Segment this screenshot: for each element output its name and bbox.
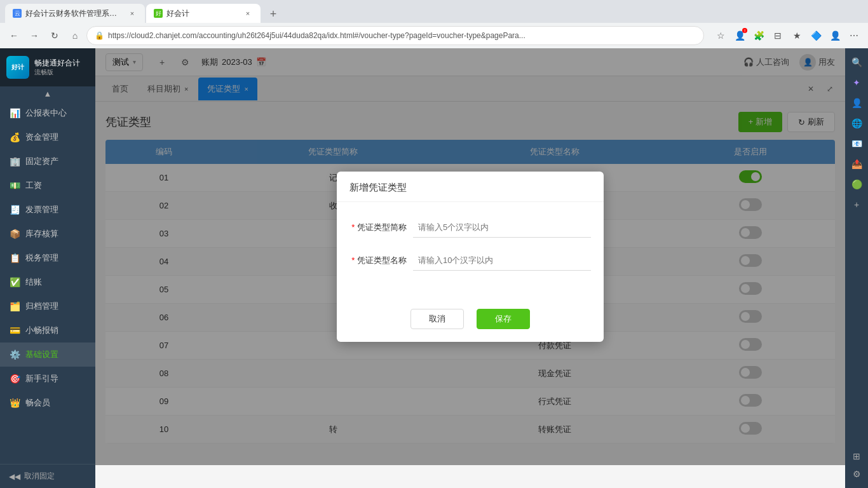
right-grid-btn[interactable]: ⊞ — [848, 447, 865, 465]
tab2-close[interactable]: × — [243, 8, 253, 18]
modal-header: 新增凭证类型 — [337, 172, 604, 202]
back-button[interactable]: ← — [5, 27, 23, 44]
fund-icon: 💰 — [9, 132, 20, 142]
tab2-title: 好会计 — [166, 8, 239, 19]
home-button[interactable]: ⌂ — [66, 27, 84, 44]
guide-icon: 🎯 — [9, 374, 20, 384]
notices-label: 公报表中心 — [25, 107, 67, 119]
settings-icon: ⚙️ — [9, 349, 20, 360]
forward-button[interactable]: → — [25, 27, 43, 44]
logo-text: 畅捷通好合计 流畅版 — [34, 58, 80, 77]
sidebar-item-settle[interactable]: ✅ 结账 — [0, 270, 95, 294]
inventory-label: 库存核算 — [25, 228, 58, 240]
sidebar-scroll-up[interactable]: ▲ — [0, 86, 95, 101]
browser-tab-1[interactable]: 云 好会计云财务软件管理系统_会计 × — [5, 4, 145, 23]
sidebar-logo: 好计 畅捷通好合计 流畅版 — [0, 48, 95, 86]
notification-badge: ! — [742, 28, 747, 33]
assets-label: 固定资产 — [25, 156, 58, 167]
salary-icon: 💵 — [9, 180, 20, 191]
tab1-close[interactable]: × — [127, 8, 137, 18]
invoice-icon: 🧾 — [9, 205, 20, 215]
abbr-row: 凭证类型简称 — [349, 217, 591, 238]
abbr-label: 凭证类型简称 — [349, 222, 413, 233]
member-label: 畅会员 — [25, 397, 50, 409]
user-profile-btn[interactable]: 👤 — [826, 27, 844, 44]
cancel-button[interactable]: 取消 — [410, 309, 464, 329]
split-view-btn[interactable]: ⊟ — [769, 27, 787, 44]
modal-overlay: 新增凭证类型 凭证类型简称 凭证类型名称 取消 保存 — [95, 48, 845, 465]
sidebar-item-guide[interactable]: 🎯 新手引导 — [0, 367, 95, 391]
right-mail-btn[interactable]: 📧 — [848, 135, 865, 152]
expense-icon: 💳 — [9, 325, 20, 336]
right-user-btn[interactable]: 👤 — [848, 94, 865, 112]
collections-btn[interactable]: 🔷 — [807, 27, 825, 44]
right-gear-btn[interactable]: ⚙ — [848, 465, 865, 483]
name-label: 凭证类型名称 — [349, 255, 413, 266]
settle-icon: ✅ — [9, 277, 20, 287]
url-text: https://cloud2.chanjet.com/accounting/uh… — [108, 31, 696, 40]
inventory-icon: 📦 — [9, 229, 20, 239]
bookmark-btn[interactable]: ☆ — [712, 27, 729, 44]
right-share-btn[interactable]: 🟢 — [848, 175, 865, 193]
sidebar-item-archive[interactable]: 🗂️ 归档管理 — [0, 294, 95, 318]
name-input[interactable] — [413, 250, 591, 271]
archive-label: 归档管理 — [25, 301, 58, 312]
sidebar-item-salary[interactable]: 💵 工资 — [0, 173, 95, 198]
modal-footer: 取消 保存 — [337, 299, 604, 342]
cancel-pin-label: 取消固定 — [24, 471, 55, 482]
extensions-btn[interactable]: 🧩 — [750, 27, 768, 44]
lock-icon: 🔒 — [95, 31, 104, 40]
cancel-pin-icon: ◀◀ — [9, 472, 20, 481]
sidebar-item-expense[interactable]: 💳 小畅报销 — [0, 318, 95, 342]
profile-btn[interactable]: ! 👤 — [731, 27, 749, 44]
tab1-title: 好会计云财务软件管理系统_会计 — [25, 8, 123, 19]
tax-label: 税务管理 — [25, 252, 58, 264]
right-sidebar: 🔍 ✦ 👤 🌐 📧 📤 🟢 + ⊞ ⚙ — [845, 48, 868, 488]
expense-label: 小畅报销 — [25, 325, 58, 336]
new-tab-button[interactable]: + — [264, 5, 282, 23]
logo-icon: 好计 — [6, 56, 29, 79]
right-upload-btn[interactable]: 📤 — [848, 155, 865, 173]
sidebar-item-tax[interactable]: 📋 税务管理 — [0, 246, 95, 270]
right-ai-btn[interactable]: ✦ — [848, 74, 865, 92]
fund-label: 资金管理 — [25, 132, 58, 143]
right-plus-btn[interactable]: + — [848, 196, 865, 214]
sidebar-item-inventory[interactable]: 📦 库存核算 — [0, 222, 95, 246]
archive-icon: 🗂️ — [9, 301, 20, 311]
settings-label: 基础设置 — [25, 349, 58, 360]
name-row: 凭证类型名称 — [349, 250, 591, 271]
modal-body: 凭证类型简称 凭证类型名称 — [337, 202, 604, 299]
sidebar-item-assets[interactable]: 🏢 固定资产 — [0, 149, 95, 173]
tab2-favicon: 好 — [154, 9, 163, 18]
right-search-btn[interactable]: 🔍 — [848, 53, 865, 71]
right-globe-btn[interactable]: 🌐 — [848, 114, 865, 132]
sidebar-item-member[interactable]: 👑 畅会员 — [0, 391, 95, 415]
favorites-btn[interactable]: ★ — [788, 27, 806, 44]
tax-icon: 📋 — [9, 253, 20, 263]
save-button[interactable]: 保存 — [477, 309, 530, 329]
settle-label: 结账 — [25, 276, 42, 288]
invoice-label: 发票管理 — [25, 204, 58, 215]
sidebar: 好计 畅捷通好合计 流畅版 ▲ 📊 公报表中心 💰 资金管理 🏢 固定资产 💵 … — [0, 48, 95, 488]
browser-tab-2[interactable]: 好 好会计 × — [146, 4, 261, 23]
assets-icon: 🏢 — [9, 156, 20, 166]
url-bar[interactable]: 🔒 https://cloud2.chanjet.com/accounting/… — [86, 26, 704, 45]
sidebar-item-invoice[interactable]: 🧾 发票管理 — [0, 198, 95, 222]
modal-title: 新增凭证类型 — [349, 182, 407, 193]
member-icon: 👑 — [9, 398, 20, 408]
sidebar-item-fund[interactable]: 💰 资金管理 — [0, 125, 95, 149]
sidebar-item-notices[interactable]: 📊 公报表中心 — [0, 101, 95, 125]
refresh-button[interactable]: ↻ — [46, 27, 64, 44]
guide-label: 新手引导 — [25, 373, 58, 384]
salary-label: 工资 — [25, 180, 42, 191]
tab1-favicon: 云 — [13, 9, 22, 18]
abbr-input[interactable] — [413, 217, 591, 238]
notices-icon: 📊 — [9, 108, 20, 118]
sidebar-item-settings[interactable]: ⚙️ 基础设置 — [0, 342, 95, 367]
more-options-btn[interactable]: ⋯ — [845, 27, 863, 44]
add-voucher-modal: 新增凭证类型 凭证类型简称 凭证类型名称 取消 保存 — [337, 172, 604, 342]
cancel-pin-button[interactable]: ◀◀ 取消固定 — [0, 464, 95, 488]
